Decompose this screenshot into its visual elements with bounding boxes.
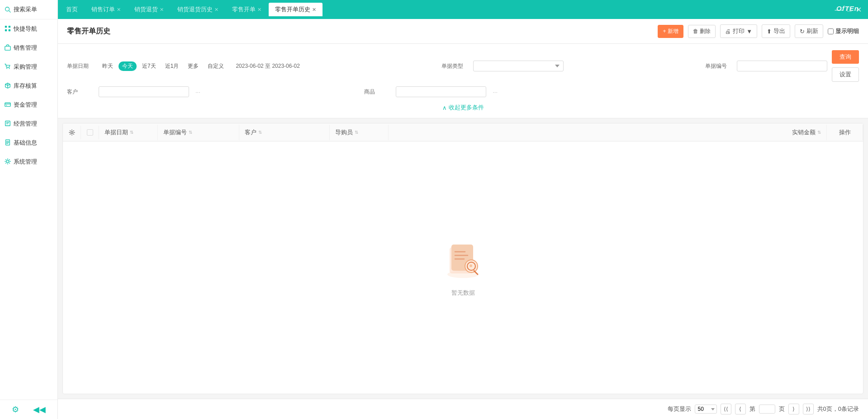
th-check[interactable]	[81, 126, 99, 139]
svg-rect-9	[5, 103, 10, 106]
date-btn-more[interactable]: 更多	[184, 61, 202, 71]
sidebar-item-base-info[interactable]: 基础信息	[0, 133, 57, 152]
th-no[interactable]: 单据编号 ⇅	[158, 125, 239, 140]
tab-home[interactable]: 首页	[60, 3, 84, 16]
pagination: 每页显示 50 20 100 ⟨⟨ ⟨ 第 1 页 ⟩ ⟩⟩ 共0页，0条记录	[58, 399, 868, 419]
tab-close-sales-return-history[interactable]: ✕	[214, 7, 218, 13]
sidebar-item-label: 系统管理	[14, 158, 37, 166]
table-header: 单据日期 ⇅ 单据编号 ⇅ 客户 ⇅ 导购员 ⇅ 实销金额 ⇅	[63, 123, 863, 141]
date-btn-today[interactable]: 今天	[119, 61, 137, 71]
svg-point-8	[9, 68, 9, 69]
add-button[interactable]: + 新增	[658, 25, 683, 38]
type-filter-label: 单据类型	[441, 62, 469, 70]
sort-date-icon[interactable]: ⇅	[130, 130, 133, 135]
tab-close-retail-open-history[interactable]: ✕	[312, 7, 316, 13]
sidebar-item-system[interactable]: 系统管理	[0, 152, 57, 171]
tab-close-retail-open[interactable]: ✕	[257, 7, 261, 13]
sidebar-search[interactable]: 搜索采单	[0, 0, 57, 19]
toolbar: + 新增 🗑 删除 🖨 打印 ▼ ⬆ 导出 ↻ 刷新 显示明细	[658, 24, 859, 43]
inventory-icon	[5, 82, 11, 90]
page-prev-button[interactable]: ⟨	[735, 404, 746, 414]
svg-rect-2	[5, 25, 7, 27]
type-filter-select[interactable]	[473, 61, 564, 71]
sort-no-icon[interactable]: ⇅	[189, 130, 192, 135]
display-detail-checkbox[interactable]	[828, 28, 834, 34]
column-settings-icon	[69, 129, 75, 136]
sidebar-item-operations[interactable]: 经营管理	[0, 114, 57, 133]
print-button[interactable]: 🖨 打印 ▼	[720, 24, 757, 38]
page-size-label: 每页显示	[668, 405, 691, 413]
sidebar-item-quick-nav[interactable]: 快捷导航	[0, 19, 57, 38]
page-label-2: 页	[779, 405, 785, 413]
date-btn-7days[interactable]: 近7天	[138, 61, 160, 71]
sort-amount-icon[interactable]: ⇅	[817, 130, 821, 135]
page-number-input[interactable]: 1	[759, 405, 775, 414]
print-dropdown-icon: ▼	[746, 28, 752, 35]
th-date[interactable]: 单据日期 ⇅	[99, 125, 158, 140]
sidebar-item-sales-mgmt[interactable]: 销售管理	[0, 38, 57, 57]
date-btn-yesterday[interactable]: 昨天	[99, 61, 117, 71]
sidebar-item-finance[interactable]: 资金管理	[0, 95, 57, 114]
print-label: 打印	[733, 27, 745, 35]
page-size-select[interactable]: 50 20 100	[695, 405, 717, 414]
display-detail-toggle[interactable]: 显示明细	[828, 27, 859, 35]
date-btn-1month[interactable]: 近1月	[161, 61, 183, 71]
refresh-button[interactable]: ↻ 刷新	[795, 24, 823, 38]
query-button[interactable]: 查询	[832, 50, 859, 64]
date-range-display: 2023-06-02 至 2023-06-02	[236, 62, 299, 70]
delete-button[interactable]: 🗑 删除	[688, 25, 716, 38]
svg-point-13	[6, 160, 9, 162]
collapse-label: 收起更多条件	[449, 104, 484, 112]
svg-rect-11	[5, 121, 10, 126]
th-amount-label: 实销金额	[792, 128, 816, 137]
th-amount[interactable]: 实销金额 ⇅	[389, 125, 827, 140]
tab-sales-return-history[interactable]: 销货退货历史 ✕	[171, 3, 225, 16]
goods-filter-dots[interactable]: ···	[493, 89, 498, 95]
sidebar-item-purchase-mgmt[interactable]: 采购管理	[0, 57, 57, 76]
page-next-button[interactable]: ⟩	[788, 404, 799, 414]
goods-filter-input[interactable]	[396, 86, 486, 97]
filter-row-2: 客户 ··· 商品 ···	[67, 86, 859, 97]
page-first-button[interactable]: ⟨⟨	[721, 404, 731, 414]
sidebar-item-label: 采购管理	[14, 63, 37, 71]
sidebar-item-label: 快捷导航	[14, 25, 37, 33]
sidebar-item-label: 经营管理	[14, 120, 37, 128]
customer-filter-input[interactable]	[99, 86, 189, 97]
display-detail-label: 显示明细	[835, 27, 859, 35]
tab-retail-open-history[interactable]: 零售开单历史 ✕	[269, 3, 323, 16]
sort-guide-icon[interactable]: ⇅	[355, 130, 358, 135]
page-label: 第	[749, 405, 755, 413]
collapse-button[interactable]: ∧ 收起更多条件	[442, 104, 484, 112]
th-gear[interactable]	[63, 126, 81, 139]
tab-sales-order[interactable]: 销售订单 ✕	[85, 3, 127, 16]
tab-retail-open[interactable]: 零售开单 ✕	[226, 3, 268, 16]
table-area: 单据日期 ⇅ 单据编号 ⇅ 客户 ⇅ 导购员 ⇅ 实销金额 ⇅	[62, 123, 863, 394]
tab-close-sales-order[interactable]: ✕	[117, 7, 121, 13]
sort-customer-icon[interactable]: ⇅	[258, 130, 262, 135]
settings-footer-icon[interactable]: ⚙	[12, 405, 19, 414]
select-all-checkbox[interactable]	[87, 129, 93, 136]
export-button[interactable]: ⬆ 导出	[762, 24, 790, 38]
sidebar-search-label: 搜索采单	[14, 5, 37, 14]
no-filter-input[interactable]	[737, 61, 827, 71]
sidebar-item-inventory[interactable]: 库存核算	[0, 76, 57, 95]
th-guide[interactable]: 导购员 ⇅	[330, 125, 389, 140]
sidebar-item-label: 资金管理	[14, 101, 37, 109]
th-customer[interactable]: 客户 ⇅	[239, 125, 330, 140]
customer-filter-dots[interactable]: ···	[195, 89, 200, 95]
page-title: 零售开单历史	[67, 27, 110, 42]
content-area: 零售开单历史 + 新增 🗑 删除 🖨 打印 ▼ ⬆ 导出 ↻ 刷新	[58, 19, 868, 419]
collapse-sidebar-icon[interactable]: ◀◀	[33, 405, 46, 414]
quick-nav-icon	[5, 25, 11, 33]
main-content: 首页 销售订单 ✕ 销货退货 ✕ 销货退货历史 ✕ 零售开单 ✕ 零售开单历史 …	[58, 0, 868, 419]
page-last-button[interactable]: ⟩⟩	[803, 404, 814, 414]
date-btn-custom[interactable]: 自定义	[204, 61, 228, 71]
page-total: 共0页，0条记录	[817, 405, 859, 413]
svg-point-21	[470, 264, 472, 267]
settings-button[interactable]: 设置	[832, 67, 859, 82]
tab-sales-return[interactable]: 销货退货 ✕	[128, 3, 170, 16]
svg-point-14	[71, 131, 72, 133]
svg-rect-6	[5, 46, 10, 50]
tab-close-sales-return[interactable]: ✕	[160, 7, 164, 13]
app-name: OfTEn	[836, 5, 859, 12]
